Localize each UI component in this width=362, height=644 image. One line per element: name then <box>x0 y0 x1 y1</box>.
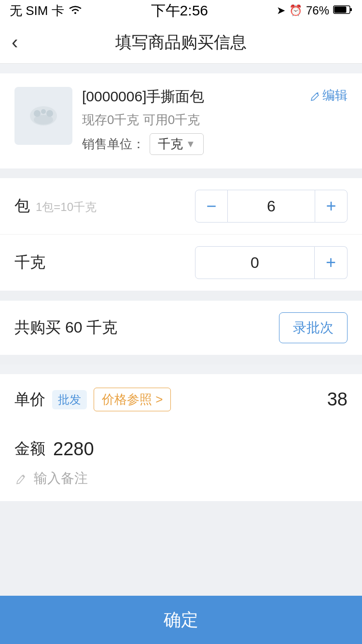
price-reference-button[interactable]: 价格参照 > <box>94 388 171 411</box>
product-image <box>14 87 72 145</box>
price-section: 单价 批发 价格参照 > 38 <box>0 374 362 425</box>
pencil-icon <box>14 472 28 485</box>
amount-value: 2280 <box>53 439 94 460</box>
remark-row[interactable]: 输入备注 <box>14 469 348 488</box>
price-badge: 批发 <box>52 390 87 409</box>
kg-label: 千克 <box>14 252 45 273</box>
section-divider-3 <box>0 355 362 364</box>
price-left: 单价 批发 价格参照 > <box>14 388 171 411</box>
section-divider-2 <box>0 291 362 300</box>
product-unit: 销售单位： 千克 ▼ <box>82 133 348 155</box>
svg-rect-1 <box>350 8 352 11</box>
price-row: 单价 批发 价格参照 > 38 <box>14 388 348 425</box>
kg-quantity-row: 千克 + <box>0 235 362 291</box>
svg-rect-2 <box>334 7 346 13</box>
nav-bar: ‹ 填写商品购买信息 <box>0 21 362 64</box>
product-card: [0000006]手撕面包 编辑 现存0千克 可用0千克 销售单位： 千克 ▼ <box>0 73 362 168</box>
battery-label: 76% <box>306 4 329 17</box>
product-name: [0000006]手撕面包 <box>82 87 310 107</box>
product-stock: 现存0千克 可用0千克 <box>82 112 348 128</box>
total-row: 共购买 60 千克 录批次 <box>0 301 362 355</box>
svg-point-7 <box>34 115 53 125</box>
bao-hint: 1包=10千克 <box>36 199 97 215</box>
edit-label: 编辑 <box>322 87 348 104</box>
bao-quantity-row: 包 1包=10千克 − + <box>0 178 362 235</box>
amount-section: 金额 2280 输入备注 <box>0 425 362 501</box>
amount-row: 金额 2280 <box>14 438 348 460</box>
alarm-icon: ⏰ <box>289 4 302 17</box>
status-left: 无 SIM 卡 <box>10 2 83 19</box>
unit-select[interactable]: 千克 ▼ <box>150 133 204 155</box>
remark-label: 输入备注 <box>34 469 88 488</box>
bao-quantity-input[interactable] <box>228 190 315 223</box>
bao-quantity-control: − + <box>195 190 348 223</box>
status-bar: 无 SIM 卡 下午2:56 ➤ ⏰ 76% <box>0 0 362 21</box>
page-title: 填写商品购买信息 <box>115 31 247 54</box>
carrier-label: 无 SIM 卡 <box>10 2 64 19</box>
total-label: 共购买 60 千克 <box>14 317 117 338</box>
price-label: 单价 <box>14 389 45 410</box>
location-icon: ➤ <box>277 4 285 17</box>
status-time: 下午2:56 <box>151 1 208 21</box>
back-button[interactable]: ‹ <box>12 31 18 53</box>
wifi-icon <box>68 3 83 18</box>
section-divider-1 <box>0 168 362 178</box>
kg-plus-button[interactable]: + <box>315 246 348 279</box>
price-value: 38 <box>327 389 348 410</box>
kg-quantity-input[interactable] <box>195 246 315 279</box>
record-batch-button[interactable]: 录批次 <box>279 312 348 343</box>
edit-button[interactable]: 编辑 <box>310 87 348 104</box>
svg-point-5 <box>41 109 46 114</box>
bao-plus-button[interactable]: + <box>315 190 348 223</box>
bao-label: 包 1包=10千克 <box>14 196 97 217</box>
product-info: [0000006]手撕面包 编辑 现存0千克 可用0千克 销售单位： 千克 ▼ <box>82 87 348 155</box>
gray-fill-area <box>0 501 362 598</box>
status-right: ➤ ⏰ 76% <box>277 4 352 17</box>
confirm-button[interactable]: 确定 <box>0 596 362 644</box>
kg-quantity-control: + <box>195 246 348 279</box>
amount-label: 金额 <box>14 438 45 460</box>
battery-icon <box>333 4 352 17</box>
bao-minus-button[interactable]: − <box>195 190 228 223</box>
